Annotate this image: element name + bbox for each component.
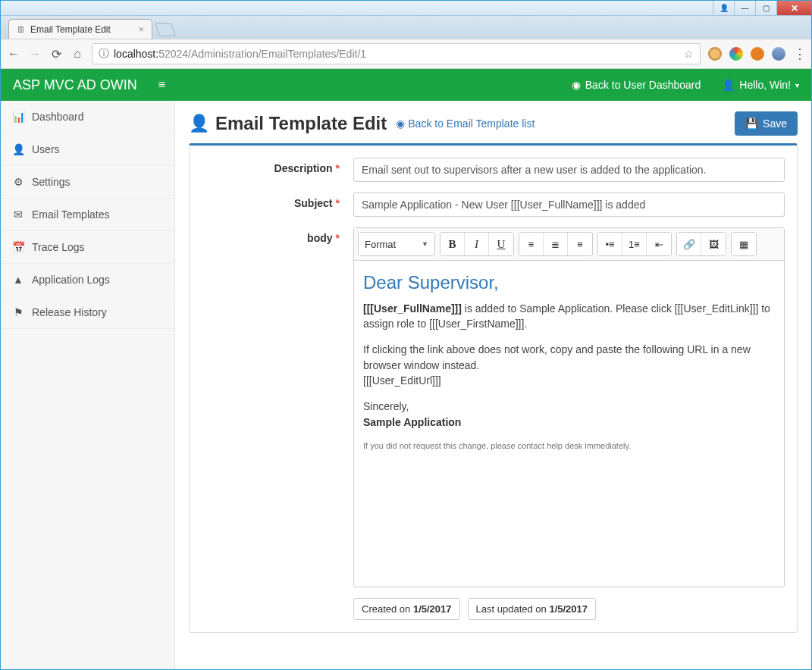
calendar-icon: 📅 bbox=[12, 241, 24, 253]
body-label: body* bbox=[202, 227, 353, 244]
bookmark-star-icon[interactable]: ☆ bbox=[684, 48, 694, 60]
close-window-button[interactable]: ✕ bbox=[776, 1, 811, 15]
sidebar-item-users[interactable]: 👤Users bbox=[1, 133, 174, 166]
os-titlebar: 👤 — ▢ ✕ bbox=[1, 1, 811, 16]
body-footer: If you did not request this change, plea… bbox=[363, 440, 775, 452]
extension-icon[interactable] bbox=[772, 47, 785, 61]
save-icon: 💾 bbox=[745, 117, 758, 130]
editor-toolbar: Format B I U ≡ ≣ ≡ bbox=[354, 228, 784, 261]
app-root: ASP MVC AD OWIN ≡ ◉ Back to User Dashboa… bbox=[1, 69, 811, 669]
back-to-dashboard-link[interactable]: ◉ Back to User Dashboard bbox=[572, 79, 701, 91]
sidebar: 📊Dashboard 👤Users ⚙Settings ✉Email Templ… bbox=[1, 101, 175, 669]
minimize-button[interactable]: — bbox=[734, 1, 755, 15]
flag-icon: ⚑ bbox=[12, 306, 24, 318]
back-to-list-link[interactable]: ◉ Back to Email Template list bbox=[396, 117, 535, 130]
envelope-icon: ✉ bbox=[12, 208, 24, 221]
description-label: Description* bbox=[202, 158, 353, 174]
address-bar[interactable]: ⓘ localhost:52024/Administration/EmailTe… bbox=[92, 43, 701, 64]
subject-label: Subject* bbox=[202, 193, 353, 209]
extension-icon[interactable] bbox=[751, 47, 764, 61]
url-host: localhost: bbox=[114, 48, 158, 60]
sidebar-item-label: Dashboard bbox=[32, 111, 84, 123]
users-icon: 👤 bbox=[12, 143, 24, 155]
ordered-list-button[interactable]: 1≡ bbox=[622, 233, 647, 255]
app-topbar: ASP MVC AD OWIN ≡ ◉ Back to User Dashboa… bbox=[1, 69, 811, 101]
subject-input[interactable] bbox=[353, 193, 785, 217]
format-dropdown[interactable]: Format bbox=[359, 233, 434, 255]
back-circle-icon: ◉ bbox=[396, 117, 405, 130]
browser-toolbar: ⓘ localhost:52024/Administration/EmailTe… bbox=[1, 39, 811, 69]
meta-row: Created on 1/5/2017 Last updated on 1/5/… bbox=[353, 598, 785, 620]
bold-button[interactable]: B bbox=[440, 233, 465, 255]
sidebar-item-label: Trace Logs bbox=[32, 241, 85, 253]
reload-button[interactable] bbox=[49, 47, 63, 61]
back-circle-icon: ◉ bbox=[572, 79, 581, 91]
home-button[interactable] bbox=[71, 47, 84, 61]
updated-on-box: Last updated on 1/5/2017 bbox=[468, 598, 596, 620]
maximize-button[interactable]: ▢ bbox=[755, 1, 776, 15]
sidebar-item-settings[interactable]: ⚙Settings bbox=[1, 166, 174, 199]
site-info-icon[interactable]: ⓘ bbox=[99, 47, 109, 61]
table-button[interactable]: ▦ bbox=[732, 233, 756, 255]
outdent-button[interactable]: ⇤ bbox=[647, 233, 671, 255]
page-icon bbox=[17, 24, 26, 35]
page-title: 👤Email Template Edit bbox=[189, 113, 387, 134]
user-icon: 👤 bbox=[722, 79, 735, 91]
new-tab-button[interactable] bbox=[155, 23, 177, 36]
editor-content[interactable]: Dear Supervisor, [[[User_FullName]]] is … bbox=[354, 261, 784, 587]
browser-tabstrip: Email Template Edit × bbox=[1, 16, 811, 39]
sidebar-item-label: Email Templates bbox=[32, 208, 109, 221]
sidebar-item-dashboard[interactable]: 📊Dashboard bbox=[1, 101, 174, 133]
sidebar-item-trace-logs[interactable]: 📅Trace Logs bbox=[1, 231, 174, 264]
align-left-button[interactable]: ≡ bbox=[519, 233, 544, 255]
gear-icon: ⚙ bbox=[12, 176, 24, 188]
warning-icon: ▲ bbox=[12, 274, 24, 286]
created-on-box: Created on 1/5/2017 bbox=[353, 598, 460, 620]
align-right-button[interactable]: ≡ bbox=[568, 233, 592, 255]
tab-title: Email Template Edit bbox=[30, 24, 111, 35]
user-menu[interactable]: 👤 Hello, Win! ▾ bbox=[722, 79, 799, 91]
forward-button bbox=[28, 47, 42, 61]
save-button[interactable]: 💾 Save bbox=[735, 111, 798, 136]
chevron-down-icon: ▾ bbox=[795, 81, 799, 89]
page-header: 👤Email Template Edit ◉ Back to Email Tem… bbox=[189, 111, 798, 136]
user-icon: 👤 bbox=[189, 114, 209, 133]
sidebar-item-release-history[interactable]: ⚑Release History bbox=[1, 296, 174, 329]
body-token: [[[User_FullName]]] bbox=[363, 302, 462, 315]
description-input[interactable] bbox=[353, 158, 785, 182]
extension-icon[interactable] bbox=[708, 47, 722, 61]
sidebar-toggle-icon[interactable]: ≡ bbox=[158, 78, 165, 92]
main-content: 👤Email Template Edit ◉ Back to Email Tem… bbox=[175, 101, 811, 669]
rich-text-editor: Format B I U ≡ ≣ ≡ bbox=[353, 227, 785, 587]
underline-button[interactable]: U bbox=[489, 233, 513, 255]
unordered-list-button[interactable]: •≡ bbox=[598, 233, 622, 255]
sidebar-item-label: Application Logs bbox=[32, 274, 110, 286]
sidebar-item-label: Release History bbox=[32, 306, 107, 318]
link-button[interactable]: 🔗 bbox=[677, 233, 701, 255]
sidebar-item-email-templates[interactable]: ✉Email Templates bbox=[1, 199, 174, 231]
back-button[interactable] bbox=[7, 47, 20, 61]
form-panel: Description* Subject* body* Format bbox=[189, 143, 798, 633]
url-path: 52024/Administration/EmailTemplates/Edit… bbox=[158, 48, 366, 60]
browser-tab[interactable]: Email Template Edit × bbox=[8, 19, 152, 39]
brand-title: ASP MVC AD OWIN bbox=[13, 77, 137, 93]
chrome-menu-icon[interactable]: ⋮ bbox=[793, 45, 805, 62]
italic-button[interactable]: I bbox=[465, 233, 489, 255]
browser-window: 👤 — ▢ ✕ Email Template Edit × ⓘ localhos… bbox=[0, 0, 812, 670]
body-heading: Dear Supervisor, bbox=[363, 270, 775, 296]
sidebar-item-label: Settings bbox=[32, 176, 71, 188]
align-center-button[interactable]: ≣ bbox=[544, 233, 568, 255]
sidebar-item-label: Users bbox=[32, 143, 60, 155]
sidebar-item-application-logs[interactable]: ▲Application Logs bbox=[1, 264, 174, 296]
user-account-button[interactable]: 👤 bbox=[713, 1, 734, 15]
dashboard-icon: 📊 bbox=[12, 111, 24, 123]
extension-icon[interactable] bbox=[729, 47, 743, 61]
tab-close-icon[interactable]: × bbox=[138, 23, 144, 35]
image-button[interactable]: 🖼 bbox=[701, 233, 726, 255]
